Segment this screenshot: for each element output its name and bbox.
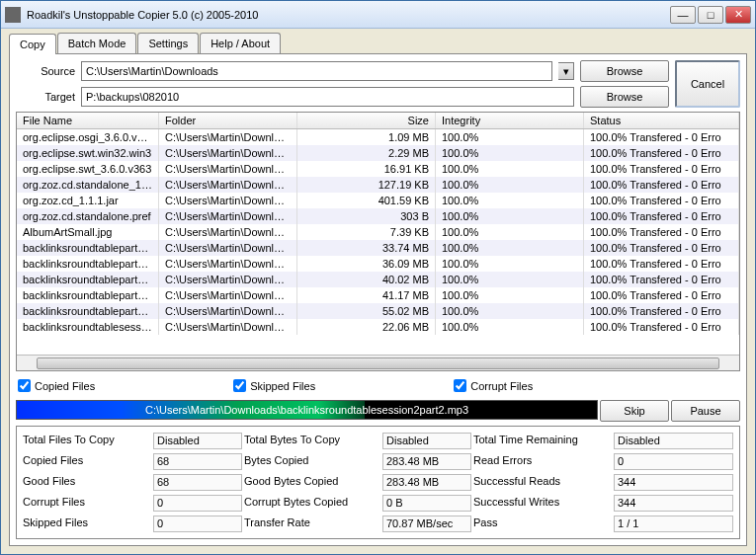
table-cell: C:\Users\Martin\Downloads\ [159,240,297,256]
th-filename[interactable]: File Name [17,113,159,128]
tab-copy[interactable]: Copy [9,34,56,54]
table-cell: 1.09 MB [297,129,436,145]
pause-button[interactable]: Pause [671,400,740,422]
table-cell: backlinksroundtablepart5.mp [17,303,159,319]
good-files-value: 68 [153,474,242,491]
table-row[interactable]: AlbumArtSmall.jpgC:\Users\Martin\Downloa… [17,224,739,240]
table-cell: 100.0% Transfered - 0 Erro [584,208,739,224]
browse-target-button[interactable]: Browse [580,86,669,108]
table-cell: 40.02 MB [297,272,436,287]
scroll-thumb[interactable] [37,357,719,369]
table-cell: 100.0% Transfered - 0 Erro [584,177,739,193]
source-row: Source ▾ Browse [16,60,669,82]
bytes-copied-label: Bytes Copied [244,453,380,470]
table-cell: 100.0% Transfered - 0 Erro [584,145,739,161]
table-row[interactable]: org.eclipse.osgi_3.6.0.v201C:\Users\Mart… [17,129,739,145]
table-cell: 33.74 MB [297,240,436,256]
table-cell: 16.91 KB [297,161,436,177]
target-label: Target [16,91,75,103]
table-row[interactable]: backlinksroundtablepart1.mpC:\Users\Mart… [17,240,739,256]
corrupt-bytes-label: Corrupt Bytes Copied [244,495,380,512]
close-button[interactable]: ✕ [725,6,751,24]
check-skipped[interactable]: Skipped Files [233,379,315,392]
time-remain-value: Disabled [614,433,733,449]
table-cell: 22.06 MB [297,319,436,335]
table-cell: 55.02 MB [297,303,436,319]
table-row[interactable]: org.eclipse.swt_3.6.0.v363C:\Users\Marti… [17,161,739,177]
good-bytes-label: Good Bytes Copied [244,474,380,491]
tab-batch[interactable]: Batch Mode [57,33,137,53]
table-cell: 100.0% [436,208,584,224]
table-row[interactable]: backlinksroundtablesessionC:\Users\Marti… [17,319,739,335]
table-cell: 100.0% [436,287,584,303]
table-cell: C:\Users\Martin\Downloads\ [159,319,297,335]
check-copied-box[interactable] [18,379,31,392]
table-cell: 2.29 MB [297,145,436,161]
horizontal-scrollbar[interactable] [17,355,739,370]
table-row[interactable]: org.zoz.cd.standalone.prefC:\Users\Marti… [17,208,739,224]
table-cell: 100.0% Transfered - 0 Erro [584,224,739,240]
table-cell: C:\Users\Martin\Downloads\ [159,208,297,224]
pass-label: Pass [473,515,612,532]
th-integrity[interactable]: Integrity [436,113,584,128]
table-row[interactable]: org.zoz.cd_1.1.1.jarC:\Users\Martin\Down… [17,193,739,208]
table-cell: 100.0% [436,224,584,240]
progress-row: C:\Users\Martin\Downloads\backlinksround… [16,400,740,422]
table-row[interactable]: backlinksroundtablepart5.mpC:\Users\Mart… [17,303,739,319]
table-cell: backlinksroundtablepart1.mp [17,240,159,256]
table-cell: org.eclipse.osgi_3.6.0.v201 [17,129,159,145]
table-cell: 303 B [297,208,436,224]
source-input[interactable] [81,61,552,81]
total-bytes-label: Total Bytes To Copy [244,433,380,449]
table-cell: org.eclipse.swt_3.6.0.v363 [17,161,159,177]
corrupt-bytes-value: 0 B [382,495,471,512]
table-row[interactable]: org.zoz.cd.standalone_1.1.C:\Users\Marti… [17,177,739,193]
table-row[interactable]: backlinksroundtablepart2.mpC:\Users\Mart… [17,256,739,272]
good-files-label: Good Files [23,474,151,491]
table-cell: 100.0% Transfered - 0 Erro [584,303,739,319]
table-cell: 100.0% Transfered - 0 Erro [584,319,739,335]
skip-button[interactable]: Skip [600,400,669,422]
table-body[interactable]: org.eclipse.osgi_3.6.0.v201C:\Users\Mart… [17,129,739,355]
table-header: File Name Folder Size Integrity Status [17,113,739,129]
succ-reads-value: 344 [614,474,733,491]
table-cell: 100.0% Transfered - 0 Erro [584,193,739,208]
time-remain-label: Total Time Remaining [473,433,612,449]
total-files-label: Total Files To Copy [23,433,151,449]
table-cell: org.zoz.cd_1.1.1.jar [17,193,159,208]
table-cell: 36.09 MB [297,256,436,272]
table-row[interactable]: backlinksroundtablepart4.mpC:\Users\Mart… [17,287,739,303]
table-cell: 100.0% Transfered - 0 Erro [584,256,739,272]
check-corrupt-box[interactable] [454,379,466,392]
tab-help[interactable]: Help / About [200,33,281,53]
th-status[interactable]: Status [584,113,739,128]
skipped-files-value: 0 [153,515,242,532]
table-cell: 100.0% [436,272,584,287]
table-cell: C:\Users\Martin\Downloads\ [159,161,297,177]
minimize-button[interactable]: — [670,6,696,24]
filter-checks: Copied Files Skipped Files Corrupt Files [16,375,740,396]
th-size[interactable]: Size [297,113,436,128]
source-dropdown-arrow[interactable]: ▾ [558,62,574,80]
table-cell: C:\Users\Martin\Downloads\ [159,272,297,287]
table-row[interactable]: org.eclipse.swt.win32.win3C:\Users\Marti… [17,145,739,161]
table-row[interactable]: backlinksroundtablepart3.mpC:\Users\Mart… [17,272,739,287]
check-skipped-box[interactable] [233,379,246,392]
cancel-button[interactable]: Cancel [675,60,740,108]
succ-reads-label: Successful Reads [473,474,612,491]
target-input[interactable] [81,87,574,107]
check-corrupt[interactable]: Corrupt Files [454,379,533,392]
table-cell: C:\Users\Martin\Downloads\ [159,145,297,161]
progress-bar: C:\Users\Martin\Downloads\backlinksround… [16,400,598,420]
table-cell: backlinksroundtablepart2.mp [17,256,159,272]
table-cell: org.zoz.cd.standalone_1.1. [17,177,159,193]
table-cell: C:\Users\Martin\Downloads\ [159,129,297,145]
total-files-value: Disabled [153,433,242,449]
app-window: Roadkil's Unstoppable Copier 5.0 (c) 200… [0,0,756,555]
main-panel: Source ▾ Browse Target Browse Cancel Fil… [9,53,747,546]
maximize-button[interactable]: □ [698,6,723,24]
th-folder[interactable]: Folder [159,113,297,128]
tab-settings[interactable]: Settings [137,33,199,53]
browse-source-button[interactable]: Browse [580,60,669,82]
check-copied[interactable]: Copied Files [18,379,95,392]
